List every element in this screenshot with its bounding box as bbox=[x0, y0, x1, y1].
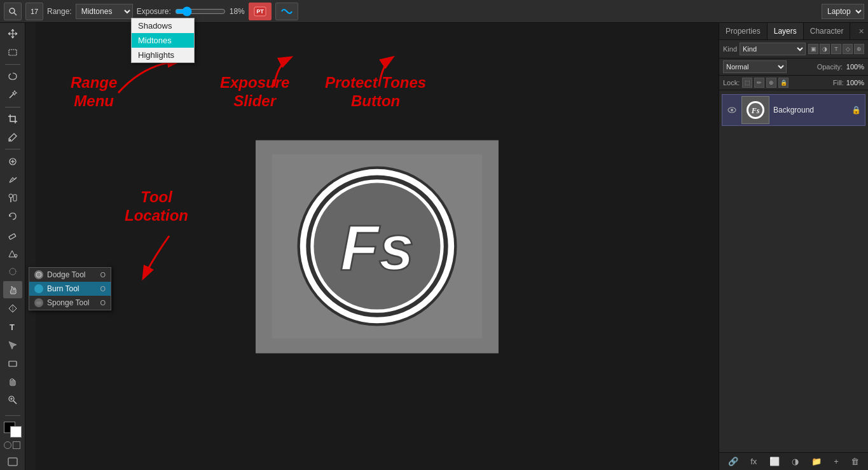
canvas-area: Fs RangeMenu ExposureSlider Protect Tone… bbox=[36, 23, 719, 470]
path-select-tool[interactable] bbox=[3, 336, 22, 354]
svg-rect-30 bbox=[8, 458, 17, 466]
kind-shape-icon[interactable]: ◇ bbox=[843, 44, 853, 54]
popup-burn-tool[interactable]: Burn Tool O bbox=[29, 282, 111, 296]
kind-label: Kind bbox=[723, 45, 737, 53]
lock-all-icon[interactable]: 🔒 bbox=[778, 78, 789, 88]
history-brush-tool[interactable] bbox=[3, 208, 22, 225]
popup-dodge-tool[interactable]: Dodge Tool O bbox=[29, 268, 111, 282]
opacity-label: Opacity: bbox=[817, 63, 843, 71]
svg-point-20 bbox=[15, 254, 17, 257]
type-tool[interactable]: T bbox=[3, 318, 22, 335]
layer-background[interactable]: Fs Background 🔒 bbox=[722, 94, 865, 126]
protect-tones-annotation: Protect TonesButton bbox=[325, 74, 426, 111]
clone-stamp-tool[interactable] bbox=[3, 190, 22, 207]
kind-row: Kind Kind ▣ ◑ T ◇ ⊛ bbox=[719, 40, 868, 59]
dropdown-midtones[interactable]: Midtones bbox=[132, 33, 194, 48]
link-layers-button[interactable]: 🔗 bbox=[726, 455, 741, 467]
layer-fx-button[interactable]: fx bbox=[748, 455, 759, 467]
marquee-rect-tool[interactable] bbox=[3, 44, 22, 61]
kind-adjust-icon[interactable]: ◑ bbox=[820, 44, 830, 54]
delete-layer-button[interactable]: 🗑 bbox=[848, 455, 862, 467]
svg-rect-25 bbox=[9, 361, 17, 366]
zoom-canvas-tool[interactable] bbox=[3, 392, 22, 409]
right-panel: Properties Layers Character ✕ Kind Kind … bbox=[719, 23, 868, 470]
eraser-tool[interactable] bbox=[3, 226, 22, 244]
svg-point-16 bbox=[9, 194, 13, 198]
shape-tool[interactable] bbox=[3, 355, 22, 372]
lasso-tool[interactable] bbox=[3, 68, 22, 85]
tab-layers[interactable]: Layers bbox=[768, 23, 804, 39]
kind-filter-icons: ▣ ◑ T ◇ ⊛ bbox=[808, 44, 864, 54]
layer-visibility-toggle[interactable] bbox=[726, 104, 738, 116]
svg-line-15 bbox=[15, 177, 17, 179]
quick-mask-mode[interactable] bbox=[4, 441, 22, 450]
dodge-tool-icon bbox=[34, 270, 43, 279]
workspace-selector[interactable]: Laptop bbox=[822, 4, 864, 19]
healing-brush-tool[interactable] bbox=[3, 153, 22, 170]
new-layer-button[interactable]: + bbox=[831, 455, 841, 467]
range-menu-annotation: RangeMenu bbox=[71, 74, 117, 111]
vibrance-button[interactable] bbox=[275, 3, 298, 20]
zoom-tool-icon[interactable] bbox=[4, 3, 22, 20]
tool-location-arrow bbox=[134, 233, 191, 284]
add-group-button[interactable]: 📁 bbox=[809, 455, 824, 467]
blend-mode-row: Normal Opacity: 100% bbox=[719, 59, 868, 76]
panel-divider-1 bbox=[5, 64, 20, 65]
hand-tool[interactable] bbox=[3, 373, 22, 391]
gradient-tool[interactable] bbox=[3, 245, 22, 262]
svg-point-38 bbox=[36, 272, 41, 277]
panel-divider-3 bbox=[5, 149, 20, 149]
kind-pixel-icon[interactable]: ▣ bbox=[808, 44, 818, 54]
kind-smart-icon[interactable]: ⊛ bbox=[854, 44, 864, 54]
lock-pixel-icon[interactable]: ⬚ bbox=[742, 78, 752, 88]
kind-type-icon[interactable]: T bbox=[831, 44, 841, 54]
eyedropper-tool[interactable] bbox=[3, 128, 22, 146]
protect-tones-arrow bbox=[357, 52, 408, 90]
range-select[interactable]: Midtones Shadows Highlights bbox=[76, 4, 133, 19]
svg-text:Fs: Fs bbox=[751, 106, 760, 115]
screen-mode-button[interactable] bbox=[3, 453, 22, 470]
tool-popup-menu: Dodge Tool O Burn Tool O Sponge Tool O bbox=[29, 267, 111, 310]
brush-size-input[interactable]: 17 bbox=[25, 3, 43, 20]
lock-row: Lock: ⬚ ✏ ⊕ 🔒 Fill: 100% bbox=[719, 76, 868, 90]
layers-container: Fs Background 🔒 bbox=[719, 90, 868, 452]
dropdown-highlights[interactable]: Highlights bbox=[132, 48, 194, 62]
panel-divider-2 bbox=[5, 107, 20, 107]
foreground-background-colors[interactable] bbox=[4, 422, 22, 438]
dropdown-shadows[interactable]: Shadows bbox=[132, 18, 194, 33]
exposure-label: Exposure: bbox=[137, 7, 171, 16]
svg-line-1 bbox=[14, 13, 17, 15]
svg-rect-39 bbox=[36, 301, 41, 305]
workspace-select[interactable]: Laptop bbox=[822, 4, 864, 19]
lock-artboard-icon[interactable]: ⊕ bbox=[766, 78, 776, 88]
crop-tool[interactable] bbox=[3, 110, 22, 127]
burn-tool[interactable] bbox=[3, 281, 22, 298]
brush-tool[interactable] bbox=[3, 171, 22, 188]
tab-properties[interactable]: Properties bbox=[719, 23, 768, 39]
tab-character[interactable]: Character bbox=[804, 23, 851, 39]
magic-wand-tool[interactable] bbox=[3, 86, 22, 104]
blur-tool[interactable] bbox=[3, 263, 22, 280]
add-adjustment-button[interactable]: ◑ bbox=[789, 455, 801, 467]
svg-point-41 bbox=[731, 109, 733, 111]
move-tool[interactable] bbox=[3, 25, 22, 43]
fs-logo-svg: Fs bbox=[269, 155, 485, 339]
popup-sponge-tool[interactable]: Sponge Tool O bbox=[29, 296, 111, 310]
pen-tool[interactable] bbox=[3, 300, 22, 317]
lock-label: Lock: bbox=[723, 79, 740, 86]
left-tool-panel: T bbox=[0, 23, 25, 470]
blend-mode-select[interactable]: Normal bbox=[723, 60, 787, 73]
lock-position-icon[interactable]: ✏ bbox=[754, 78, 764, 88]
dodge-tool-label: Dodge Tool bbox=[47, 270, 86, 279]
protect-tones-button[interactable]: PT bbox=[249, 3, 272, 20]
svg-point-11 bbox=[9, 139, 11, 141]
svg-rect-19 bbox=[8, 233, 15, 239]
kind-select[interactable]: Kind bbox=[740, 43, 806, 55]
exposure-slider-annotation: ExposureSlider bbox=[220, 74, 289, 111]
svg-text:T: T bbox=[10, 322, 15, 332]
exposure-value: 18% bbox=[230, 7, 245, 16]
exposure-slider[interactable] bbox=[175, 6, 226, 17]
add-mask-button[interactable]: ⬜ bbox=[767, 455, 782, 467]
layer-thumb-svg: Fs bbox=[743, 97, 768, 123]
panel-close-button[interactable]: ✕ bbox=[855, 25, 868, 38]
